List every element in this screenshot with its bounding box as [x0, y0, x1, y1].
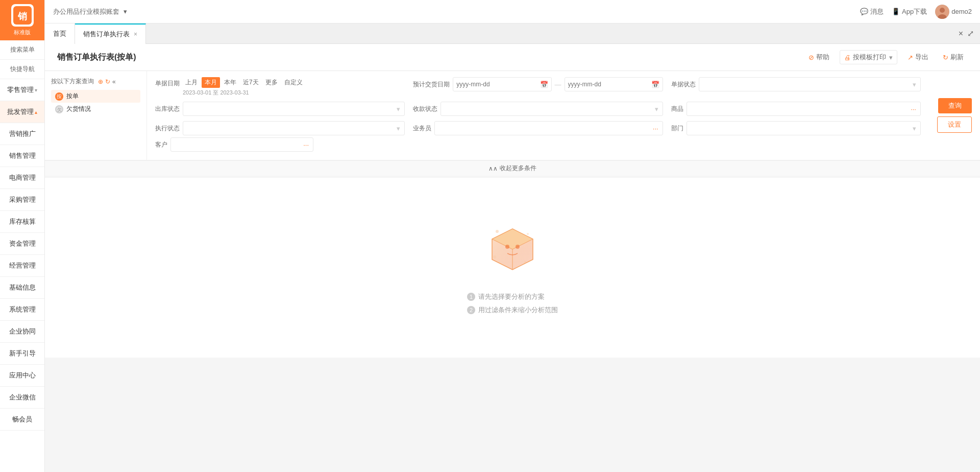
- logo-text: 标准版: [14, 29, 31, 36]
- date-label: 单据日期: [155, 77, 180, 88]
- tab-sales-exec[interactable]: 销售订单执行表 ×: [75, 23, 146, 44]
- sidebar-item-ecommerce[interactable]: 电商管理: [0, 167, 44, 189]
- filter-scheme-panel: 按以下方案查询 ⊕ ↻ « 按 按单 欠 欠货情况: [45, 71, 147, 160]
- query-btn-area: 查询 设置: [929, 71, 980, 160]
- customer-select[interactable]: ···: [170, 137, 313, 152]
- breadcrumb-text: 办公用品行业模拟账套: [53, 7, 119, 16]
- sidebar-item-inventory-label: 库存核算: [9, 217, 36, 226]
- salesman-select[interactable]: ···: [434, 121, 663, 135]
- breadcrumb-chevron-icon: ▾: [124, 8, 127, 15]
- print-label: 按模板打印: [853, 53, 886, 62]
- payment-dropdown-icon: ▾: [655, 105, 658, 113]
- filter-row-top: 按以下方案查询 ⊕ ↻ « 按 按单 欠 欠货情况: [45, 71, 980, 160]
- sidebar-item-marketing[interactable]: 营销推广: [0, 123, 44, 145]
- tab-close-window-icon[interactable]: ×: [959, 29, 963, 38]
- scheme-add-icon[interactable]: ⊕: [98, 78, 103, 85]
- goods-select[interactable]: ···: [687, 102, 921, 116]
- sidebar-item-member[interactable]: 畅会员: [0, 409, 44, 431]
- sidebar-item-inventory[interactable]: 库存核算: [0, 211, 44, 233]
- export-label: 导出: [915, 53, 928, 62]
- help-label: 帮助: [816, 53, 829, 62]
- app-download-btn[interactable]: 📱 App下载: [892, 7, 927, 16]
- sidebar-item-retail[interactable]: 零售管理 ▾: [0, 79, 44, 101]
- print-btn[interactable]: 🖨 按模板打印 ▾: [840, 50, 897, 64]
- collapse-label: 收起更多条件: [500, 164, 536, 173]
- scheme-refresh-icon[interactable]: ↻: [105, 78, 110, 85]
- sidebar-item-basic[interactable]: 基础信息: [0, 277, 44, 299]
- header-breadcrumb[interactable]: 办公用品行业模拟账套 ▾: [53, 7, 127, 16]
- scheme-dot-gray: 欠: [55, 105, 63, 113]
- expected-date-start-input[interactable]: [456, 81, 540, 88]
- user-avatar-btn[interactable]: demo2: [935, 5, 972, 19]
- date-tabs: 上月 本月 本年 近7天 更多 自定义: [183, 77, 305, 88]
- salesman-more-icon: ···: [653, 125, 658, 132]
- collapse-up-icon: ∧∧: [488, 165, 498, 172]
- status-select[interactable]: ▾: [699, 77, 921, 91]
- expected-date-start[interactable]: 📅: [453, 77, 551, 91]
- tab-maximize-icon[interactable]: ⤢: [967, 29, 974, 38]
- tip-text-2: 用过滤条件来缩小分析范围: [478, 303, 558, 317]
- sidebar-item-sales-label: 销售管理: [9, 151, 36, 160]
- refresh-icon: ↻: [943, 54, 948, 61]
- export-btn[interactable]: ↗ 导出: [903, 51, 933, 64]
- filter-area: 按以下方案查询 ⊕ ↻ « 按 按单 欠 欠货情况: [45, 71, 980, 176]
- sidebar-item-wechat-label: 企业微信: [9, 393, 36, 402]
- date-tab-more[interactable]: 更多: [263, 77, 280, 88]
- date-range-display: 2023-03-01 至 2023-03-31: [183, 89, 305, 97]
- tab-close-icon[interactable]: ×: [134, 31, 137, 38]
- payment-select[interactable]: ▾: [440, 102, 663, 116]
- date-tab-custom[interactable]: 自定义: [282, 77, 305, 88]
- sidebar-item-system[interactable]: 系统管理: [0, 299, 44, 321]
- date-tab-thismonth[interactable]: 本月: [202, 77, 220, 88]
- scheme-item-quhuo[interactable]: 欠 欠货情况: [51, 103, 140, 115]
- sidebar-item-operation[interactable]: 经营管理: [0, 255, 44, 277]
- message-btn[interactable]: 💬 消息: [860, 7, 884, 16]
- scheme-collapse-icon[interactable]: «: [112, 78, 116, 85]
- date-tab-last7[interactable]: 近7天: [240, 77, 261, 88]
- scheme-label-anzhang: 按单: [66, 92, 79, 101]
- sidebar-item-finance-label: 资金管理: [9, 239, 36, 248]
- sidebar-item-newbie[interactable]: 新手引导: [0, 343, 44, 365]
- shipment-dropdown-icon: ▾: [397, 105, 400, 113]
- collapse-btn[interactable]: ∧∧ 收起更多条件: [45, 164, 980, 173]
- quick-nav-label: 快捷导航: [10, 65, 35, 73]
- calendar-start-icon: 📅: [540, 81, 548, 88]
- sidebar-item-operation-label: 经营管理: [9, 261, 36, 270]
- help-btn[interactable]: ⊘ 帮助: [804, 51, 834, 64]
- refresh-btn[interactable]: ↻ 刷新: [939, 51, 968, 64]
- dept-select[interactable]: ▾: [687, 121, 921, 135]
- execution-select[interactable]: ▾: [183, 121, 405, 135]
- sidebar-item-enterprise[interactable]: 企业协同: [0, 321, 44, 343]
- tab-home[interactable]: 首页: [45, 23, 75, 44]
- empty-state: 1 请先选择要分析的方案 2 用过滤条件来缩小分析范围: [45, 178, 980, 358]
- sidebar-item-wholesale[interactable]: 批发管理 ▴: [0, 101, 44, 123]
- sidebar-item-ecommerce-label: 电商管理: [9, 173, 36, 182]
- user-name: demo2: [951, 8, 972, 15]
- tab-bar: 首页 销售订单执行表 × × ⤢: [45, 23, 980, 44]
- dept-dropdown-icon: ▾: [913, 125, 916, 132]
- settings-button[interactable]: 设置: [937, 116, 972, 133]
- date-tab-lastmonth[interactable]: 上月: [183, 77, 200, 88]
- quick-nav-item[interactable]: 快捷导航: [0, 60, 44, 79]
- svg-point-13: [527, 233, 529, 235]
- date-dash: —: [555, 81, 561, 88]
- sidebar-item-basic-label: 基础信息: [9, 283, 36, 292]
- tab-sales-exec-label: 销售订单执行表: [83, 30, 130, 39]
- sidebar-item-finance[interactable]: 资金管理: [0, 233, 44, 255]
- logo-area[interactable]: 销 标准版: [0, 0, 44, 40]
- expected-date-end[interactable]: 📅: [565, 77, 663, 91]
- expected-date-end-input[interactable]: [568, 81, 651, 88]
- sidebar-item-sales[interactable]: 销售管理: [0, 145, 44, 167]
- svg-point-12: [496, 230, 499, 233]
- search-menu-item[interactable]: 搜索菜单: [0, 40, 44, 60]
- sidebar-item-purchase[interactable]: 采购管理: [0, 189, 44, 211]
- sidebar-item-wechat[interactable]: 企业微信: [0, 387, 44, 409]
- query-button[interactable]: 查询: [938, 98, 972, 113]
- scheme-item-anzhang[interactable]: 按 按单: [51, 90, 140, 103]
- sidebar-item-appstore[interactable]: 应用中心: [0, 365, 44, 387]
- date-tab-thisyear[interactable]: 本年: [222, 77, 239, 88]
- shipment-select[interactable]: ▾: [183, 102, 405, 116]
- page-title: 销售订单执行表(按单): [57, 52, 136, 63]
- tab-actions: × ⤢: [952, 29, 980, 38]
- print-icon: 🖨: [844, 54, 851, 61]
